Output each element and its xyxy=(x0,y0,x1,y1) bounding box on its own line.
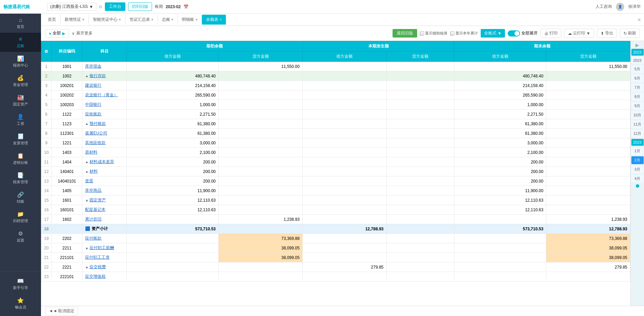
workbench-button[interactable]: 工作台 xyxy=(105,2,125,11)
company-selector[interactable]: (勿删) 江西股圣-LSS ▼ xyxy=(47,3,96,11)
table-row[interactable]: 151601▲ 固定资产12,110.6312,110.63 xyxy=(41,196,630,205)
table-row[interactable]: 8112301嘉属EU公司61,380.0061,380.00 xyxy=(41,129,630,138)
subject-link[interactable]: 应付账款 xyxy=(85,236,101,241)
subject-link[interactable]: 壹蛋 xyxy=(85,178,93,183)
tab-general-ledger[interactable]: 总账 × xyxy=(158,15,178,25)
subject-link[interactable]: 库存现金 xyxy=(85,64,101,69)
format-button[interactable]: 全账式 ▼ xyxy=(481,29,505,38)
right-panel-month-6[interactable]: 6月 xyxy=(631,74,644,82)
sidebar-item-settings[interactable]: ⚙ 设置 xyxy=(0,227,41,246)
tab-detail-ledger[interactable]: 明细账 × xyxy=(178,15,202,25)
sidebar-item-archive[interactable]: 📁 归档管理 xyxy=(0,207,41,227)
subject-link[interactable]: 预付账款 xyxy=(90,121,106,126)
right-panel-month-5[interactable]: 5月 xyxy=(631,65,644,73)
table-row[interactable]: 18🟦 资产小计573,710.5312,788.93573,710.5312,… xyxy=(41,224,630,234)
table-row[interactable]: 4100202农业银行（黄金）265,590.00265,590.00 xyxy=(41,90,630,100)
table-row[interactable]: 111404▲ 材料成本差异200.00200.00 xyxy=(41,157,630,167)
ytd-checkbox-icon[interactable]: □ xyxy=(450,31,454,35)
right-panel-month-3[interactable]: 3月 xyxy=(631,166,644,173)
table-row[interactable]: 12140401▲ 材料200.00200.00 xyxy=(41,167,630,176)
subject-link[interactable]: 材料成本差异 xyxy=(90,159,114,164)
table-row[interactable]: 3100201建设银行214,158.40214,158.40 xyxy=(41,81,630,90)
expand-row-icon[interactable]: ▲ xyxy=(85,246,90,250)
sidebar-item-funds[interactable]: 💰 资金管理 xyxy=(0,71,41,91)
expand-row-icon[interactable]: ▲ xyxy=(85,170,90,173)
right-panel-collapse-icon[interactable]: ▶ xyxy=(635,42,639,48)
right-panel-month-1[interactable]: 1月 xyxy=(631,147,644,155)
sidebar-item-purchase[interactable]: 📋 进销台账 xyxy=(0,149,41,169)
table-row[interactable]: 192202应付账款73,369.8873,369.88 xyxy=(41,234,630,243)
cloud-print-button[interactable]: ☁ 云打印 ▼ xyxy=(564,29,594,38)
subject-link[interactable]: 银行存款 xyxy=(90,73,106,78)
right-panel-month-11[interactable]: 11月 xyxy=(631,120,644,128)
table-row[interactable]: 1314040101壹蛋200.00200.00 xyxy=(41,176,630,186)
sidebar-item-tax[interactable]: 📑 税务管理 xyxy=(0,169,41,188)
col-settings-header[interactable]: ⚙ xyxy=(41,41,52,62)
subject-link[interactable]: 原材料 xyxy=(85,150,97,155)
right-panel-month-8[interactable]: 8月 xyxy=(631,93,644,101)
sidebar-item-payroll[interactable]: 👤 工资 xyxy=(0,110,41,130)
table-row[interactable]: 202211▲ 应付职工薪酬38,099.0538,099.05 xyxy=(41,243,630,253)
table-row[interactable]: 23222101应交增值税 xyxy=(41,272,630,282)
copy-icon[interactable]: ⧉ xyxy=(99,4,102,9)
subject-link[interactable]: 中国银行 xyxy=(85,102,101,107)
switch-version-button[interactable]: 切到旧版 xyxy=(128,2,152,11)
tab-home[interactable]: 首页 xyxy=(44,15,60,25)
tab-close-general[interactable]: × xyxy=(172,18,174,21)
expand-row-icon[interactable]: ▲ xyxy=(85,122,90,126)
unfix-button[interactable]: ◄◄ 取消固定 xyxy=(45,307,78,315)
consult-label[interactable]: 人工咨询 xyxy=(595,4,612,10)
show-aux-checkbox[interactable]: □ 显示辅助核算 xyxy=(420,31,448,36)
sidebar-item-reports[interactable]: 📊 报表中心 xyxy=(0,52,41,71)
subject-link[interactable]: 库存商品 xyxy=(85,188,101,193)
toggle-switch[interactable] xyxy=(508,30,520,37)
expand-row-icon[interactable]: ▲ xyxy=(85,74,90,78)
table-row[interactable]: 91221其他应收款3,000.003,000.00 xyxy=(41,138,630,148)
subject-link[interactable]: 应交税费 xyxy=(90,264,106,269)
return-old-button[interactable]: 退回旧版 xyxy=(393,29,417,38)
export-button[interactable]: ⬆ 导出 xyxy=(597,29,617,38)
expand-all-toggle[interactable]: 全部展开 xyxy=(508,30,538,37)
right-panel-month-2[interactable]: 2月 xyxy=(631,156,644,164)
table-row[interactable]: 171602累计折旧1,238.931,238.93 xyxy=(41,215,630,224)
show-ytd-checkbox[interactable]: □ 显示本年累计 xyxy=(450,31,478,36)
expand-row-icon[interactable]: ▲ xyxy=(85,160,90,164)
subject-link[interactable]: 应付职工工资 xyxy=(85,255,110,260)
filter-all-button[interactable]: ● 全部 ▶ xyxy=(45,29,69,38)
tab-close-detail[interactable]: × xyxy=(195,18,197,21)
subject-link[interactable]: 其他应收款 xyxy=(85,140,106,145)
sidebar-item-home[interactable]: ⌂ 首页 xyxy=(0,14,41,33)
expand-more-button[interactable]: ∨ 展开更多 xyxy=(72,30,93,36)
right-panel-month-7[interactable]: 7月 xyxy=(631,84,644,91)
tab-close-balance[interactable]: × xyxy=(220,18,222,21)
right-panel-month-10[interactable]: 10月 xyxy=(631,111,644,119)
expand-row-icon[interactable]: ▲ xyxy=(85,198,90,202)
tab-close-add-voucher[interactable]: × xyxy=(82,18,84,21)
table-row[interactable]: 222221▲ 应交税费279.85279.85 xyxy=(41,262,630,272)
right-panel-month-9[interactable]: 9月 xyxy=(631,102,644,110)
right-panel-month-12[interactable]: 12月 xyxy=(631,130,644,138)
table-row[interactable]: 11001库存现金11,550.0011,550.00 xyxy=(41,62,630,71)
right-panel-year-2023-top[interactable]: 2023 xyxy=(631,49,644,56)
tab-smart-voucher[interactable]: 智能凭证中心 × xyxy=(89,15,125,25)
right-panel-year-2023-b[interactable]: 2023 xyxy=(631,139,644,146)
right-panel-year-2023[interactable]: 2023 xyxy=(631,57,644,64)
table-row[interactable]: 21002▲ 银行存款480,748.40480,748.40 xyxy=(41,71,630,81)
subject-link[interactable]: 嘉属EU公司 xyxy=(85,131,107,135)
tab-close-all[interactable]: ✕ xyxy=(637,17,641,23)
table-row[interactable]: 16160101配提基记本12,110.6312,110.63 xyxy=(41,205,630,215)
table-row[interactable]: 21221101应付职工工资38,099.0538,099.05 xyxy=(41,253,630,262)
sidebar-item-assets[interactable]: 🏭 固定资产 xyxy=(0,91,41,110)
table-row[interactable]: 61122应收账款2,271.502,271.50 xyxy=(41,110,630,119)
refresh-button[interactable]: ↻ 刷新 xyxy=(620,29,640,38)
right-panel-month-4[interactable]: 4月 xyxy=(631,175,644,183)
subject-link[interactable]: 应交增值税 xyxy=(85,274,106,279)
subject-link[interactable]: 材料 xyxy=(90,169,98,174)
subject-link[interactable]: 应付职工薪酬 xyxy=(90,245,114,250)
subject-link[interactable]: 配提基记本 xyxy=(85,207,106,212)
sidebar-item-close[interactable]: 🔗 结账 xyxy=(0,188,41,207)
tab-voucher-summary[interactable]: 凭证汇总表 × xyxy=(125,15,158,25)
subject-link[interactable]: 固定资产 xyxy=(90,198,106,202)
tab-add-voucher[interactable]: 新增凭证 × xyxy=(60,15,89,25)
table-row[interactable]: 71123▲ 预付账款61,380.0061,380.00 xyxy=(41,119,630,129)
